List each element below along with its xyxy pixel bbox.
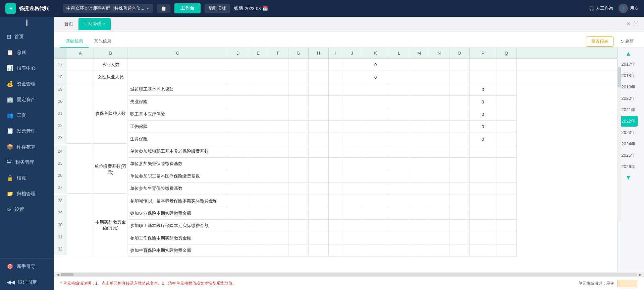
cell-24-27-b[interactable]: 单位缴费基数(万元)	[94, 145, 127, 194]
cell-18-p[interactable]	[470, 71, 496, 83]
cell-19-o[interactable]	[449, 83, 470, 95]
cell-21-n[interactable]	[429, 108, 449, 120]
sidebar-scroll-top[interactable]	[0, 17, 54, 29]
cell-18-o[interactable]	[449, 71, 470, 83]
cell-19-f[interactable]	[268, 83, 288, 95]
cell-17-k[interactable]: 0	[362, 59, 389, 71]
cell-31-c[interactable]: 参加工伤保险本期实际缴费金额	[127, 232, 228, 244]
cell-22-e[interactable]	[248, 121, 268, 133]
cell-28-p[interactable]	[470, 195, 496, 207]
sidebar-item-payroll[interactable]: 👥 工资	[0, 107, 54, 123]
sidebar-item-close[interactable]: 🔒 结账	[0, 170, 54, 186]
cell-18-b[interactable]: 女性从业人员	[94, 71, 127, 83]
cell-18-d[interactable]	[228, 71, 248, 83]
cell-20-c[interactable]: 失业保险	[127, 96, 228, 108]
refresh-button[interactable]: ↻ 刷新	[617, 37, 637, 46]
cell-21-d[interactable]	[228, 108, 248, 120]
cell-19-l[interactable]	[389, 83, 409, 95]
year-2018[interactable]: 2018年	[620, 70, 638, 81]
cell-20-h[interactable]	[309, 96, 329, 108]
cell-21-g[interactable]	[288, 108, 309, 120]
cell-23-g[interactable]	[288, 133, 309, 145]
sidebar-item-inventory[interactable]: 📦 库存核算	[0, 139, 54, 155]
sidebar-item-unpin[interactable]: ◀◀ 取消固定	[0, 274, 54, 290]
cell-23-l[interactable]	[389, 133, 409, 145]
year-2022[interactable]: 2022年	[620, 116, 638, 127]
cell-20-q[interactable]	[496, 96, 517, 108]
cell-32-p[interactable]	[470, 244, 496, 257]
cell-21-q[interactable]	[496, 108, 517, 120]
cell-26-p[interactable]	[470, 170, 496, 182]
cell-24-p[interactable]	[470, 145, 496, 157]
cell-28-32-b[interactable]: 本期实际缴费金额(万元)	[94, 195, 127, 255]
cell-21-m[interactable]	[409, 108, 429, 120]
switch-old-button[interactable]: 切到旧版	[205, 4, 230, 13]
cell-25-c[interactable]: 单位参加失业保险缴费基数	[127, 158, 228, 170]
cell-19-k[interactable]	[362, 83, 389, 95]
cell-18-e[interactable]	[248, 71, 268, 83]
cell-17-o[interactable]	[449, 59, 470, 71]
cell-24-27-a[interactable]	[67, 145, 94, 194]
cell-19-23-a[interactable]	[67, 83, 94, 144]
user-area[interactable]: 👤 用友	[619, 4, 639, 13]
cell-19-q[interactable]	[496, 83, 517, 95]
cell-17-c[interactable]	[127, 59, 228, 71]
cell-23-e[interactable]	[248, 133, 268, 145]
cell-23-n[interactable]	[429, 133, 449, 145]
cell-24-c[interactable]: 单位参加城镇职工基本养老保险缴费基数	[127, 145, 228, 157]
cell-17-q[interactable]	[496, 59, 517, 71]
sidebar-item-settings[interactable]: ⚙ 设置	[0, 202, 54, 217]
tab-industrial[interactable]: 工商管理 ×	[78, 18, 111, 30]
sidebar-item-asset[interactable]: 🏢 固定资产	[0, 92, 54, 107]
cell-21-c[interactable]: 职工基本医疗保险	[127, 108, 228, 120]
sidebar-item-home[interactable]: ⊞ 首页	[0, 29, 54, 45]
cell-17-d[interactable]	[228, 59, 248, 71]
sidebar-item-finance[interactable]: 💰 资金管理	[0, 76, 54, 92]
cell-21-o[interactable]	[449, 108, 470, 120]
year-2025[interactable]: 2025年	[620, 150, 638, 161]
cell-20-e[interactable]	[248, 96, 268, 108]
cell-17-b[interactable]: 从业人数	[94, 59, 127, 71]
cell-21-k[interactable]	[362, 108, 389, 120]
cell-17-p[interactable]	[470, 59, 496, 71]
sub-tab-other[interactable]: 其他信息	[89, 35, 117, 48]
cell-29-p[interactable]	[470, 207, 496, 219]
cell-25-p[interactable]	[470, 158, 496, 170]
cell-19-h[interactable]	[309, 83, 329, 95]
cell-18-m[interactable]	[409, 71, 429, 83]
sidebar-item-ledger[interactable]: 📋 总账	[0, 45, 54, 60]
v-scroll-thumb[interactable]	[618, 67, 621, 87]
sidebar-item-tax[interactable]: 🏛 税务管理	[0, 155, 54, 170]
sidebar-item-invoice[interactable]: 🧾 发票管理	[0, 123, 54, 139]
cell-20-l[interactable]	[389, 96, 409, 108]
company-selector[interactable]: 中审众环会计师事务所（特殊普通合伙... ▼	[63, 4, 153, 13]
cell-18-q[interactable]	[496, 71, 517, 83]
cell-22-i[interactable]	[329, 121, 342, 133]
year-2023[interactable]: 2023年	[620, 127, 638, 138]
cell-31-p[interactable]	[470, 232, 496, 244]
cell-29-c[interactable]: 参加失业保险本期实际缴费金额	[127, 207, 228, 219]
tab-home[interactable]: 首页	[59, 18, 78, 30]
cell-23-i[interactable]	[329, 133, 342, 145]
cell-19-c[interactable]: 城镇职工基本养老保险	[127, 83, 228, 95]
cell-21-p[interactable]: 0	[470, 108, 496, 120]
cell-22-g[interactable]	[288, 121, 309, 133]
cell-19-d[interactable]	[228, 83, 248, 95]
cell-21-e[interactable]	[248, 108, 268, 120]
cell-18-a[interactable]	[67, 71, 94, 83]
cell-19-j[interactable]	[342, 83, 362, 95]
sidebar-item-newbie[interactable]: 🎯 新手引导	[0, 259, 54, 274]
cell-22-n[interactable]	[429, 121, 449, 133]
year-2019[interactable]: 2019年	[620, 82, 638, 92]
cell-19-i[interactable]	[329, 83, 342, 95]
sidebar-item-report[interactable]: 📊 报表中心	[0, 60, 54, 76]
v-scrollbar[interactable]	[617, 67, 621, 221]
cell-20-i[interactable]	[329, 96, 342, 108]
workbench-button[interactable]: 工作台	[174, 3, 201, 13]
year-2017[interactable]: 2017年	[620, 59, 638, 70]
cell-23-h[interactable]	[309, 133, 329, 145]
cell-19-p[interactable]: 0	[470, 83, 496, 95]
tab-close-button[interactable]: ✕	[626, 21, 631, 27]
cell-18-i[interactable]	[329, 71, 342, 83]
cell-32-c[interactable]: 参加生育保险本期实际缴费金额	[127, 244, 228, 257]
